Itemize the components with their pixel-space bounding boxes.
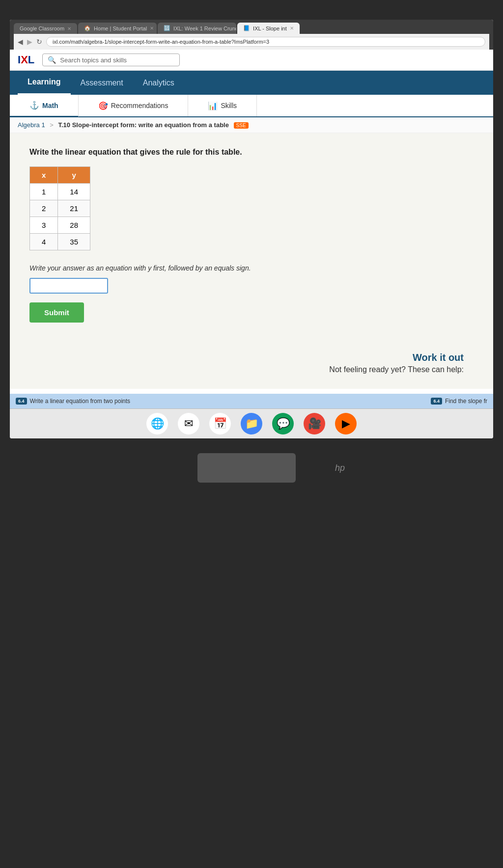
reload-icon[interactable]: ↻ (36, 38, 42, 46)
helper-bar: 6.4 Write a linear equation from two poi… (10, 394, 493, 408)
work-it-out-title: Work it out (29, 352, 464, 363)
taskbar-mail-icon[interactable]: ✉ (178, 413, 199, 434)
nav-assessment[interactable]: Assessment (71, 72, 133, 94)
sub-nav: ⚓ Math 🎯 Recommendations 📊 Skills (10, 95, 493, 117)
table-cell-y4: 35 (58, 234, 90, 250)
screen-area: Google Classroom ✕ 🏠 Home | Student Port… (10, 20, 493, 438)
tab-recommendations[interactable]: 🎯 Recommendations (79, 95, 189, 116)
table-row: 1 14 (30, 184, 90, 200)
laptop-bezel: Google Classroom ✕ 🏠 Home | Student Port… (0, 0, 503, 868)
table-row: 2 21 (30, 200, 90, 217)
tab-ixl-review-icon: 🔢 (164, 25, 170, 31)
data-table: x y 1 14 2 21 3 (29, 166, 90, 250)
tab-classroom-close[interactable]: ✕ (67, 26, 71, 31)
tab-portal-icon: 🏠 (84, 25, 91, 31)
tab-ixl-review[interactable]: 🔢 IXL: Week 1 Review Crunchtime ✕ (158, 23, 236, 34)
hp-logo: hp (335, 463, 345, 473)
breadcrumb-tag: SSE (234, 122, 249, 129)
helper-item-2[interactable]: 6.4 Find the slope fr (431, 398, 487, 405)
tab-ixl-label: IXL - Slope int (253, 26, 287, 31)
address-bar[interactable]: ixl.com/math/algebra-1/slope-intercept-f… (46, 37, 485, 47)
table-cell-y1: 14 (58, 184, 90, 200)
breadcrumb-level2: T.10 Slope-intercept form: write an equa… (58, 121, 229, 129)
search-icon: 🔍 (48, 56, 56, 64)
answer-input[interactable] (29, 278, 108, 294)
math-icon: ⚓ (29, 101, 39, 110)
taskbar-meet-icon[interactable]: 🎥 (304, 413, 325, 434)
tab-portal[interactable]: 🏠 Home | Student Portal ✕ (78, 23, 157, 34)
browser-chrome: Google Classroom ✕ 🏠 Home | Student Port… (10, 20, 493, 50)
main-nav: Learning Assessment Analytics (10, 71, 493, 95)
tab-ixl-icon: 📘 (243, 25, 250, 31)
tab-classroom-label: Google Classroom (20, 26, 64, 31)
search-bar[interactable]: 🔍 Search topics and skills (42, 54, 180, 66)
tab-skills-label: Skills (221, 102, 237, 109)
table-header-x: x (30, 167, 58, 184)
work-it-out-subtitle: Not feeling ready yet? These can help: (29, 365, 464, 374)
helper-badge-1: 6.4 (16, 398, 27, 405)
url-text: ixl.com/math/algebra-1/slope-intercept-f… (53, 39, 269, 45)
helper-item-1[interactable]: 6.4 Write a linear equation from two poi… (16, 398, 130, 405)
table-cell-x3: 3 (30, 217, 58, 234)
table-row: 4 35 (30, 234, 90, 250)
nav-learning[interactable]: Learning (18, 71, 71, 95)
breadcrumb: Algebra 1 > T.10 Slope-intercept form: w… (10, 117, 493, 133)
skills-icon: 📊 (208, 101, 218, 110)
main-content: Write the linear equation that gives the… (10, 133, 493, 389)
table-row: 3 28 (30, 217, 90, 234)
helper-badge-2: 6.4 (431, 398, 442, 405)
back-icon[interactable]: ◀ (18, 38, 23, 46)
laptop-bottom-area: hp (10, 438, 493, 497)
taskbar-calendar-icon[interactable]: 📅 (209, 413, 231, 434)
tab-ixl-review-label: IXL: Week 1 Review Crunchtime (173, 26, 236, 31)
tab-math-label: Math (42, 102, 58, 109)
taskbar-play-icon[interactable]: ▶ (335, 413, 357, 434)
tab-classroom[interactable]: Google Classroom ✕ (14, 23, 77, 34)
taskbar-files-icon[interactable]: 📁 (241, 413, 262, 434)
ixl-header: IXL 🔍 Search topics and skills (10, 50, 493, 71)
tab-math[interactable]: ⚓ Math (10, 95, 79, 117)
tab-portal-close[interactable]: ✕ (150, 26, 154, 31)
nav-analytics[interactable]: Analytics (133, 72, 184, 94)
tab-ixl-active[interactable]: 📘 IXL - Slope int ✕ (237, 23, 300, 34)
helper-label-2: Find the slope fr (445, 398, 487, 405)
table-cell-x1: 1 (30, 184, 58, 200)
taskbar-chrome-icon[interactable]: 🌐 (146, 413, 168, 434)
table-header-y: y (58, 167, 90, 184)
recommendations-icon: 🎯 (98, 101, 108, 110)
submit-button[interactable]: Submit (29, 302, 84, 323)
touchpad[interactable] (197, 453, 296, 483)
tab-recommendations-label: Recommendations (111, 102, 168, 109)
forward-icon[interactable]: ▶ (27, 38, 32, 46)
tab-skills[interactable]: 📊 Skills (188, 95, 257, 116)
tab-ixl-close[interactable]: ✕ (290, 26, 294, 31)
table-cell-y3: 28 (58, 217, 90, 234)
taskbar: 🌐 ✉ 📅 📁 💬 🎥 ▶ (10, 408, 493, 438)
table-cell-x2: 2 (30, 200, 58, 217)
helper-label-1: Write a linear equation from two points (30, 398, 131, 405)
table-cell-x4: 4 (30, 234, 58, 250)
tab-bar: Google Classroom ✕ 🏠 Home | Student Port… (14, 23, 489, 34)
problem-prompt: Write the linear equation that gives the… (29, 148, 474, 157)
ixl-logo: IXL (18, 54, 34, 66)
answer-instruction: Write your answer as an equation with y … (29, 264, 474, 272)
breadcrumb-level1[interactable]: Algebra 1 (18, 121, 45, 129)
browser-toolbar: ◀ ▶ ↻ ixl.com/math/algebra-1/slope-inter… (14, 34, 489, 50)
search-input-placeholder: Search topics and skills (60, 56, 127, 64)
work-it-out-section: Work it out Not feeling ready yet? These… (29, 352, 474, 374)
taskbar-chat-icon[interactable]: 💬 (272, 413, 294, 434)
tab-portal-label: Home | Student Portal (94, 26, 147, 31)
ixl-app: IXL 🔍 Search topics and skills Learning … (10, 50, 493, 408)
table-cell-y2: 21 (58, 200, 90, 217)
breadcrumb-separator: > (50, 121, 54, 129)
